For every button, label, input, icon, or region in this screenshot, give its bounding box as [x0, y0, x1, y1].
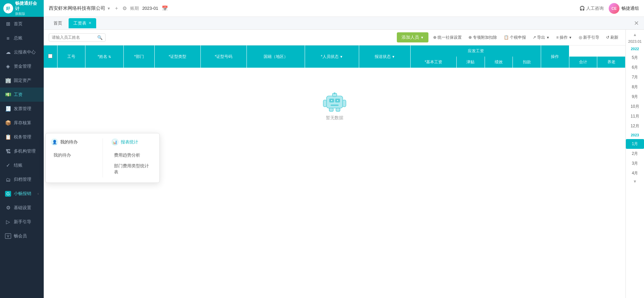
sidebar-item-settle[interactable]: ✓ 结账 — [0, 158, 44, 172]
app-sub: 旗舰版 — [15, 11, 40, 16]
sidebar-item-archive[interactable]: 🗂 归档管理 — [0, 172, 44, 187]
home-icon: ⊞ — [5, 21, 11, 27]
sidebar-item-stock[interactable]: 📦 库存核算 — [0, 116, 44, 130]
dept-stats-label: 部门费用类型统计表 — [114, 163, 149, 174]
empty-state: 暂无数据 — [44, 68, 626, 141]
todo-title: 我的待办 — [60, 139, 78, 145]
operation-action[interactable]: ≡ 操作 ▼ — [554, 33, 574, 42]
month-panel: ▲ 2023.01 2022 5月 6月 7月 8月 9月 10月 11月 12… — [626, 30, 644, 298]
sidebar-item-assets[interactable]: 🏢 固定资产 — [0, 73, 44, 88]
svg-point-11 — [337, 100, 338, 101]
new-guide-icon: ◎ — [579, 35, 582, 40]
year-2023-label: 2023 — [626, 131, 644, 139]
report-icon: 📊 — [111, 138, 119, 146]
calendar-icon[interactable]: 📅 — [162, 5, 168, 11]
sidebar-item-guide[interactable]: ▷ 新手引导 — [0, 215, 44, 229]
sidebar-label-cloud: 云报表中心 — [14, 49, 36, 55]
sidebar-label-assets: 固定资产 — [14, 77, 31, 84]
operation-icon: ≡ — [556, 35, 559, 40]
month-item-11[interactable]: 11月 — [626, 111, 644, 121]
month-item-12[interactable]: 12月 — [626, 121, 644, 131]
empty-text: 暂无数据 — [326, 115, 343, 121]
tab-salary-table[interactable]: 工资表 ✕ — [69, 18, 96, 28]
month-item-9[interactable]: 9月 — [626, 92, 644, 102]
th-basic-salary: *基本工资 — [411, 57, 457, 68]
basic-icon: ⚙ — [5, 205, 11, 211]
refresh-icon: ↺ — [606, 35, 609, 40]
month-item-8[interactable]: 8月 — [626, 82, 644, 92]
logo-text-block: 畅捷通好会计 旗舰版 — [15, 1, 40, 16]
sidebar-item-ledger[interactable]: ≡ 总账 — [0, 31, 44, 45]
popup-item-mytodo[interactable]: 我的待办 — [51, 150, 94, 161]
refresh-label: 刷新 — [610, 35, 618, 40]
special-deduction-label: 专项附加扣除 — [473, 35, 497, 40]
logo-area: 好 畅捷通好会计 旗舰版 — [0, 0, 44, 17]
topbar-icons: ＋ ⚙ — [114, 5, 127, 11]
sidebar-item-xiaochang[interactable]: G 小畅报销 ‹ — [0, 187, 44, 201]
th-person-status: *人员状态 ▼ — [305, 45, 359, 68]
social-insurance-action[interactable]: ⊕ 统一社保设置 — [431, 33, 464, 42]
popup-item-dept-stats[interactable]: 部门费用类型统计表 — [111, 161, 155, 177]
company-name: 西安虾米网络科技有限公司 — [49, 5, 105, 11]
popup-col-report-header: 📊 报表统计 — [111, 138, 155, 146]
personal-tax-action[interactable]: 📋 个税申报 — [502, 33, 528, 42]
new-guide-action[interactable]: ◎ 新手引导 — [577, 33, 601, 42]
sidebar-item-cloud[interactable]: ☁ 云报表中心 — [0, 45, 44, 59]
tab-close-icon[interactable]: ✕ — [88, 21, 91, 25]
month-scroll-up[interactable]: ▲ — [626, 31, 644, 38]
search-input[interactable] — [52, 35, 96, 40]
guide-icon: ▷ — [5, 219, 11, 225]
special-deduction-action[interactable]: ⊕ 专项附加扣除 — [466, 33, 499, 42]
sidebar-item-finance[interactable]: ◈ 资金管理 — [0, 59, 44, 73]
sidebar-item-invoice[interactable]: 🧾 发票管理 — [0, 102, 44, 116]
month-item-4[interactable]: 4月 — [626, 168, 644, 178]
sidebar-label-invoice: 发票管理 — [14, 106, 31, 112]
month-scroll-down[interactable]: ▼ — [626, 178, 644, 185]
sidebar-item-tax[interactable]: 📋 税务管理 — [0, 130, 44, 144]
period-label: 账期 — [130, 5, 139, 11]
th-id-number: *证型号码 — [200, 45, 247, 68]
user-area[interactable]: CE 畅捷通组 — [609, 3, 639, 14]
sidebar-item-home[interactable]: ⊞ 首页 — [0, 17, 44, 31]
sidebar-item-salary[interactable]: 💵 工资 — [0, 88, 44, 102]
popup-col-todo: 👤 我的待办 我的待办 — [51, 138, 94, 177]
sidebar-item-member[interactable]: V 畅会员 — [0, 229, 44, 243]
month-item-1-active[interactable]: 1月 — [626, 139, 644, 149]
popup-item-trend[interactable]: 费用趋势分析 — [111, 150, 155, 161]
empty-robot-icon — [321, 88, 348, 115]
month-item-2[interactable]: 2月 — [626, 149, 644, 159]
settings-icon[interactable]: ⚙ — [122, 5, 127, 11]
cloud-icon: ☁ — [5, 49, 11, 55]
export-action[interactable]: ↗ 导出 ▼ — [531, 33, 552, 42]
add-person-label: 添加人员 — [402, 34, 419, 40]
sidebar-label-settle: 结账 — [14, 162, 23, 168]
th-pension: 养老 — [597, 57, 626, 68]
tab-home[interactable]: 首页 — [49, 18, 67, 28]
service-button[interactable]: 🎧 人工咨询 — [579, 5, 604, 11]
add-icon[interactable]: ＋ — [114, 5, 119, 11]
month-item-7[interactable]: 7月 — [626, 72, 644, 82]
th-allowance: 津贴 — [457, 57, 485, 68]
th-report-status: 报送状态 ▼ — [359, 45, 411, 68]
social-insurance-label: 统一社保设置 — [438, 35, 462, 40]
month-item-5[interactable]: 5月 — [626, 53, 644, 63]
company-selector[interactable]: 西安虾米网络科技有限公司 ▼ — [49, 5, 111, 11]
user-avatar: CE — [609, 3, 619, 14]
archive-icon: 🗂 — [5, 177, 11, 183]
sidebar-label-basic: 基础设置 — [14, 205, 31, 211]
refresh-action[interactable]: ↺ 刷新 — [604, 33, 620, 42]
th-employee-id: 工号 — [57, 45, 85, 68]
trend-label: 费用趋势分析 — [114, 153, 140, 158]
month-item-3[interactable]: 3月 — [626, 159, 644, 168]
tab-collapse-icon[interactable]: ✕ — [634, 20, 639, 27]
select-all-checkbox[interactable] — [48, 54, 52, 58]
svg-rect-9 — [336, 108, 340, 111]
topbar: 西安虾米网络科技有限公司 ▼ ＋ ⚙ 账期 2023-01 📅 🎧 人工咨询 C… — [44, 0, 644, 17]
sidebar-item-multi[interactable]: 🏗 多机构管理 — [0, 144, 44, 158]
month-item-6[interactable]: 6月 — [626, 63, 644, 72]
add-person-button[interactable]: 添加人员 ▼ — [397, 32, 428, 42]
user-abbr: CE — [611, 6, 616, 10]
th-dept: *部门 — [123, 45, 154, 68]
month-item-10[interactable]: 10月 — [626, 102, 644, 111]
sidebar-item-basic[interactable]: ⚙ 基础设置 — [0, 201, 44, 215]
